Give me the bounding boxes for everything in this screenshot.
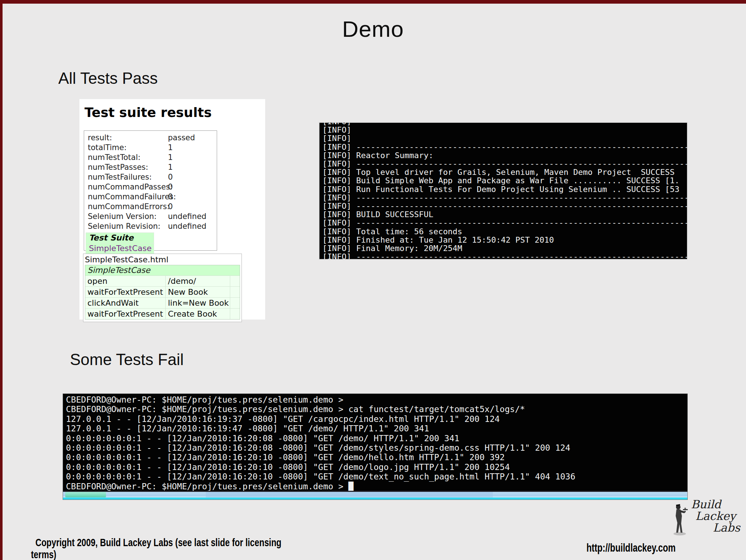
command-target: New Book xyxy=(166,287,230,297)
maven-console-output: [INFO] [INFO] [INFO] [INFO] ------------… xyxy=(319,122,687,260)
stat-row: numCommandErrors:0 xyxy=(88,202,217,212)
test-case-header-cell: SimpleTestCase xyxy=(85,265,240,276)
command-value-empty xyxy=(230,298,238,308)
command-target: /demo/ xyxy=(166,276,230,286)
stat-row: numTestTotal:1 xyxy=(88,153,217,162)
section-heading-some-tests-fail: Some Tests Fail xyxy=(70,351,184,369)
window-border-top xyxy=(0,0,746,4)
website-url: http://buildlackey.com xyxy=(586,541,676,555)
stat-row: result:passed xyxy=(88,133,217,143)
window-border-left xyxy=(0,0,3,560)
command-value-empty xyxy=(230,287,238,297)
copyright-notice: Copyright 2009, Build Lackey Labs (see l… xyxy=(31,536,308,560)
command-name: clickAndWait xyxy=(85,298,166,308)
test-stats-table: result:passed totalTime:1 numTestTotal:1… xyxy=(84,130,217,251)
stat-value: 0 xyxy=(168,172,173,182)
logo-word-lackey: Lackey xyxy=(695,509,736,522)
test-suite-case-link[interactable]: SimpleTestCase xyxy=(86,243,154,254)
stat-row: Selenium Version:undefined xyxy=(88,212,217,222)
command-value-empty xyxy=(230,276,238,286)
stat-value: undefined xyxy=(168,212,207,222)
stat-row: numTestFailures:0 xyxy=(88,172,217,182)
butler-logo-icon xyxy=(673,504,688,537)
stat-value: 1 xyxy=(168,153,173,162)
slide-canvas: Demo All Tests Pass Test suite results r… xyxy=(0,0,746,560)
test-results-panel: Test suite results result:passed totalTi… xyxy=(79,99,265,320)
test-results-heading: Test suite results xyxy=(85,105,212,120)
stat-value: passed xyxy=(168,133,195,143)
stat-label: totalTime: xyxy=(88,143,168,153)
command-name: open xyxy=(85,276,166,286)
stat-label: Selenium Revision: xyxy=(88,222,168,231)
command-name: waitForTextPresent xyxy=(85,287,166,297)
stat-label: numTestFailures: xyxy=(88,172,168,182)
section-heading-all-tests-pass: All Tests Pass xyxy=(58,69,158,87)
http-log-console: CBEDFORD@Owner-PC: $HOME/proj/tues.pres/… xyxy=(63,393,688,500)
command-row: waitForTextPresent Create Book xyxy=(85,309,240,319)
window-bottom-bar xyxy=(63,491,687,500)
stat-label: result: xyxy=(88,133,168,143)
taskbar-mid-segment xyxy=(206,492,493,497)
build-lackey-labs-logo: Build Lackey Labs xyxy=(672,495,746,539)
stat-value: 1 xyxy=(168,162,173,172)
test-case-command-table: SimpleTestCase open /demo/ waitForTextPr… xyxy=(85,265,240,320)
command-target: Create Book xyxy=(166,309,230,319)
logo-word-labs: Labs xyxy=(713,521,740,534)
taskbar-teal-segment xyxy=(65,492,106,497)
stat-label: numCommandErrors: xyxy=(88,202,168,212)
command-row: clickAndWait link=New Book xyxy=(85,298,240,309)
stat-row: numCommandFailures:0 xyxy=(88,192,217,202)
command-row: open /demo/ xyxy=(85,276,240,287)
test-case-panel: SimpleTestCase.html SimpleTestCase open … xyxy=(83,254,242,322)
stat-value: 0 xyxy=(168,192,173,202)
stat-value: 1 xyxy=(168,143,173,153)
stat-label: numTestTotal: xyxy=(88,153,168,162)
stat-value: 0 xyxy=(168,202,173,212)
log-console-output: CBEDFORD@Owner-PC: $HOME/proj/tues.pres/… xyxy=(63,394,687,491)
maven-build-console: [INFO] [INFO] [INFO] [INFO] ------------… xyxy=(319,122,688,260)
command-name: waitForTextPresent xyxy=(85,309,166,319)
stat-row: totalTime:1 xyxy=(88,143,217,153)
command-row: waitForTextPresent New Book xyxy=(85,287,240,298)
stat-label: Selenium Version: xyxy=(88,212,168,222)
stat-value: undefined xyxy=(168,222,207,231)
stat-label: numTestPasses: xyxy=(88,162,168,172)
stat-value: 0 xyxy=(168,182,173,192)
command-value-empty xyxy=(230,309,238,319)
logo-word-build: Build xyxy=(691,498,721,511)
stat-row: Selenium Revision:undefined xyxy=(88,222,217,231)
test-case-filename: SimpleTestCase.html xyxy=(85,255,240,265)
command-target: link=New Book xyxy=(166,298,230,308)
test-suite-header-cell: Test Suite xyxy=(86,232,154,243)
stat-row: numTestPasses:1 xyxy=(88,162,217,172)
stat-row: numCommandPasses:0 xyxy=(88,182,217,192)
slide-title: Demo xyxy=(0,16,746,42)
stat-label: numCommandPasses: xyxy=(88,182,168,192)
stat-label: numCommandFailures: xyxy=(88,192,168,202)
